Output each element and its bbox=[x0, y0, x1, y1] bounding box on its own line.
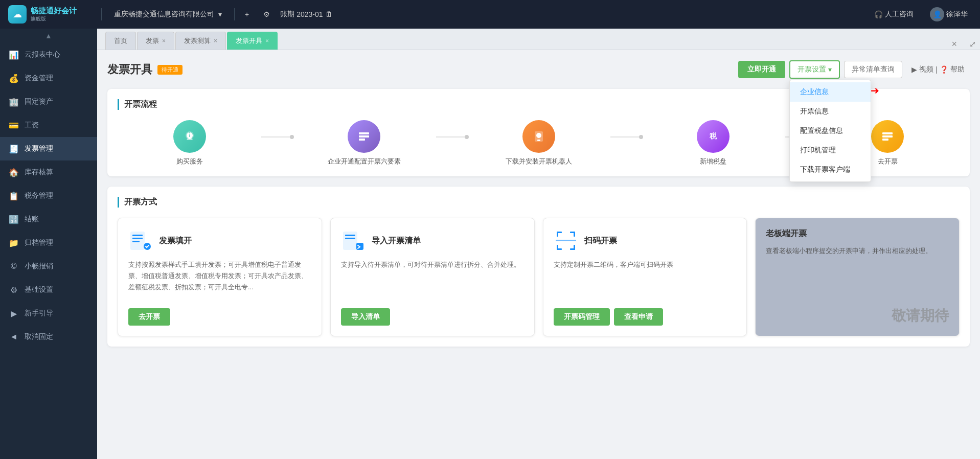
user-name: 徐泽华 bbox=[946, 10, 968, 19]
svg-rect-16 bbox=[345, 235, 355, 236]
sidebar-scroll-up[interactable]: ▲ bbox=[0, 29, 97, 43]
import-invoice-btn[interactable]: 导入清单 bbox=[341, 308, 390, 326]
boss-invoice-desc: 查看老板端小程序提交的开票申请，并作出相应的处理。 bbox=[766, 245, 949, 286]
dropdown-item-printer[interactable]: 打印机管理 bbox=[790, 141, 871, 160]
scan-invoice-desc: 支持定制开票二维码，客户端可扫码开票 bbox=[554, 259, 737, 300]
tab-home[interactable]: 首页 bbox=[105, 32, 136, 50]
sidebar-label-fixed-assets: 固定资产 bbox=[25, 97, 53, 106]
sidebar-item-basic-settings[interactable]: ⚙ 基础设置 bbox=[0, 278, 97, 302]
tab-invoice-test[interactable]: 发票测算 × bbox=[175, 32, 226, 50]
svg-rect-11 bbox=[132, 235, 143, 236]
accounting-icon: 🔢 bbox=[8, 214, 19, 225]
svg-rect-3 bbox=[359, 139, 365, 141]
page-header: 发票开具 待开通 立即开通 开票设置 ▾ bbox=[107, 60, 970, 79]
step-connector-2 bbox=[436, 136, 467, 137]
close-window-icon[interactable]: × bbox=[947, 39, 961, 50]
svg-rect-26 bbox=[574, 245, 575, 250]
app-title: 畅捷通好会计 bbox=[31, 6, 77, 15]
invoice-info-label: 开票信息 bbox=[800, 107, 829, 115]
app-subtitle: 旗舰版 bbox=[31, 15, 77, 22]
flow-step-4: 税 新增税盘 bbox=[641, 120, 785, 166]
step4-icon: 税 bbox=[697, 120, 730, 153]
step2-icon bbox=[348, 120, 380, 153]
scan-view-apply-btn[interactable]: 查看申请 bbox=[614, 308, 663, 326]
add-button[interactable]: + bbox=[241, 8, 253, 20]
maximize-window-icon[interactable]: ⤢ bbox=[965, 39, 980, 49]
help-btn-label: 帮助 bbox=[950, 65, 965, 74]
printer-label: 打印机管理 bbox=[800, 146, 836, 154]
sidebar-label-inventory: 库存核算 bbox=[25, 168, 53, 177]
tab-invoice-test-label: 发票测算 bbox=[184, 36, 211, 45]
method-import-header: 导入开票清单 bbox=[341, 228, 524, 253]
step5-label: 去开票 bbox=[878, 157, 898, 166]
step-connector-3 bbox=[610, 136, 641, 137]
page-title-row: 发票开具 待开通 bbox=[107, 62, 183, 77]
settings-button[interactable]: ⚙ bbox=[259, 8, 274, 20]
method-card-scan: 扫码开票 支持定制开票二维码，客户端可扫码开票 开票码管理 查看申请 bbox=[543, 218, 747, 336]
sidebar-item-cancel-fixed[interactable]: ◄ 取消固定 bbox=[0, 325, 97, 349]
page-content: 发票开具 待开通 立即开通 开票设置 ▾ bbox=[97, 50, 980, 459]
user-profile-button[interactable]: 👤 徐泽华 bbox=[926, 5, 972, 24]
anomaly-button[interactable]: 异常清单查询 bbox=[844, 61, 902, 78]
video-button[interactable]: ▶ 视频 | ❓ 帮助 bbox=[906, 61, 970, 78]
scan-invoice-icon bbox=[554, 228, 578, 253]
tab-invoice-issue[interactable]: 发票开具 × bbox=[227, 32, 278, 50]
sidebar-item-new-guide[interactable]: ▶ 新手引导 bbox=[0, 302, 97, 325]
red-arrow-icon: ➔ bbox=[871, 84, 879, 97]
sidebar-label-basic-settings: 基础设置 bbox=[25, 285, 53, 294]
sidebar-label-accounting: 结账 bbox=[25, 215, 39, 224]
status-badge: 待开通 bbox=[157, 65, 183, 75]
import-invoice-title: 导入开票清单 bbox=[372, 236, 421, 246]
methods-section: 开票方式 bbox=[107, 187, 970, 347]
svg-rect-13 bbox=[132, 241, 140, 242]
sidebar-item-tax-mgmt[interactable]: 📋 税务管理 bbox=[0, 184, 97, 208]
headphone-icon: 🎧 bbox=[874, 10, 883, 18]
plus-icon: + bbox=[245, 10, 249, 18]
sidebar-item-archive[interactable]: 📁 归档管理 bbox=[0, 231, 97, 255]
play-circle-icon: ▶ bbox=[911, 65, 917, 74]
svg-rect-7 bbox=[882, 132, 893, 134]
tab-invoice-close[interactable]: × bbox=[162, 37, 166, 44]
svg-rect-20 bbox=[557, 232, 558, 237]
chevron-down-icon: ▾ bbox=[218, 10, 222, 18]
activate-button[interactable]: 立即开通 bbox=[738, 61, 785, 78]
sidebar-item-salary[interactable]: 💳 工资 bbox=[0, 113, 97, 137]
period-value: 2023-01 bbox=[297, 10, 323, 18]
tab-invoice[interactable]: 发票 × bbox=[137, 32, 174, 50]
dropdown-item-company-info[interactable]: 企业信息 ➔ bbox=[790, 82, 871, 102]
flow-step-2: 企业开通配置开票六要素 bbox=[292, 120, 436, 166]
gear-icon: ⚙ bbox=[263, 10, 270, 18]
separator: | bbox=[936, 65, 938, 74]
svg-rect-17 bbox=[345, 238, 355, 239]
company-selector[interactable]: 重庆畅捷交通信息咨询有限公司 ▾ bbox=[108, 7, 228, 22]
fill-invoice-desc: 支持按照发票样式手工填开发票；可开具增值税电子普通发票、增值税普通发票、增值税专… bbox=[128, 259, 311, 300]
chevron-down-icon: ▾ bbox=[828, 65, 832, 74]
svg-rect-15 bbox=[343, 232, 357, 250]
tab-invoice-test-close[interactable]: × bbox=[214, 37, 217, 44]
tab-invoice-issue-close[interactable]: × bbox=[265, 37, 269, 44]
sidebar-item-invoice-mgmt[interactable]: 🧾 发票管理 bbox=[0, 137, 97, 160]
step4-label: 新增税盘 bbox=[700, 157, 726, 166]
method-boss-header: 老板端开票 bbox=[766, 228, 949, 239]
dropdown-item-download-client[interactable]: 下载开票客户端 bbox=[790, 160, 871, 179]
human-service-button[interactable]: 🎧 人工咨询 bbox=[870, 8, 918, 21]
invoice-mgmt-icon: 🧾 bbox=[8, 143, 19, 154]
settings-btn[interactable]: 开票设置 ▾ bbox=[789, 60, 840, 79]
tab-invoice-label: 发票 bbox=[146, 36, 159, 45]
sidebar-item-fixed-assets[interactable]: 🏢 固定资产 bbox=[0, 90, 97, 113]
human-service-label: 人工咨询 bbox=[885, 10, 914, 19]
fill-invoice-btn[interactable]: 去开票 bbox=[128, 308, 170, 326]
sidebar-item-cloud-report[interactable]: 📊 云报表中心 bbox=[0, 43, 97, 66]
sidebar-item-xiaochang[interactable]: © 小畅报销 bbox=[0, 255, 97, 278]
step3-icon bbox=[522, 120, 555, 153]
dropdown-item-tax-disk[interactable]: 配置税盘信息 bbox=[790, 121, 871, 141]
svg-rect-9 bbox=[882, 139, 888, 141]
sidebar-item-accounting[interactable]: 🔢 结账 bbox=[0, 208, 97, 231]
anomaly-btn-label: 异常清单查询 bbox=[852, 65, 895, 74]
sidebar-item-inventory[interactable]: 🏠 库存核算 bbox=[0, 160, 97, 184]
svg-rect-6 bbox=[537, 140, 540, 141]
window-controls: × ⤢ bbox=[947, 39, 980, 50]
sidebar-item-fund-mgmt[interactable]: 💰 资金管理 bbox=[0, 66, 97, 90]
dropdown-item-invoice-info[interactable]: 开票信息 bbox=[790, 102, 871, 121]
scan-code-mgmt-btn[interactable]: 开票码管理 bbox=[554, 308, 610, 326]
